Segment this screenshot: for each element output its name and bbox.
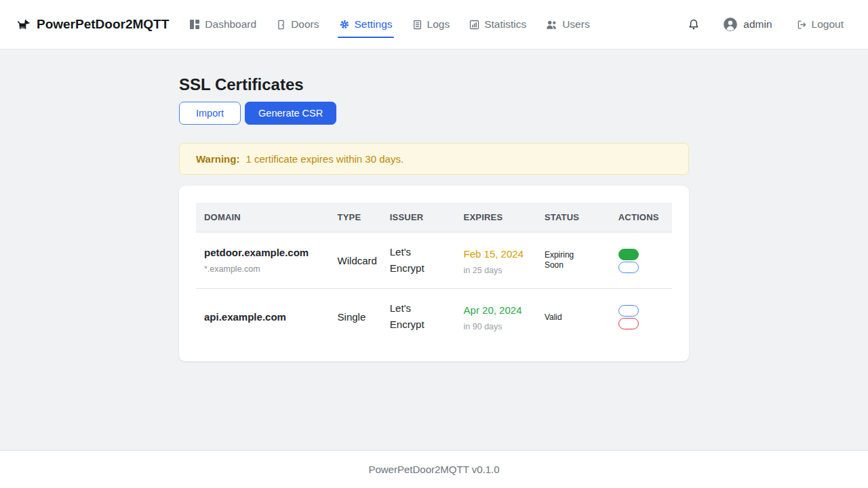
dog-icon	[16, 18, 31, 32]
cell-status: Valid	[536, 289, 610, 345]
header-type: TYPE	[330, 203, 382, 232]
nav-item-label: Settings	[355, 18, 393, 30]
cert-action-button-primary[interactable]	[618, 305, 639, 317]
nav-item-label: Dashboard	[205, 18, 256, 30]
status-badge: Valid	[545, 312, 562, 323]
main-nav: Dashboard Doors Settings	[189, 0, 589, 49]
certificates-table: DOMAIN TYPE ISSUER EXPIRES STATUS ACTION…	[196, 203, 672, 344]
expires-date: Feb 15, 2024	[464, 246, 528, 262]
header-actions: ACTIONS	[610, 203, 672, 232]
expires-relative: in 90 days	[464, 322, 528, 331]
nav-item-label: Logs	[427, 18, 450, 30]
header-domain: DOMAIN	[196, 203, 330, 232]
nav-item-users[interactable]: Users	[546, 0, 589, 49]
nav-item-settings[interactable]: Settings	[339, 0, 393, 49]
user-menu[interactable]: admin	[723, 17, 772, 32]
journal-icon	[412, 20, 422, 30]
cell-type: Single	[330, 289, 382, 345]
grid-icon	[189, 19, 200, 30]
nav-item-label: Doors	[291, 18, 319, 30]
cell-actions	[610, 289, 672, 345]
top-navbar: PowerPetDoor2MQTT Dashboard Doors	[0, 0, 868, 49]
warning-label: Warning:	[196, 153, 239, 165]
header-expires: EXPIRES	[456, 203, 536, 232]
logout-icon	[797, 20, 807, 30]
nav-item-dashboard[interactable]: Dashboard	[189, 0, 256, 49]
issuer-name: Let's Encrypt	[390, 302, 425, 330]
generate-csr-button[interactable]: Generate CSR	[245, 102, 336, 125]
expires-relative: in 25 days	[464, 266, 528, 275]
cell-domain: petdoor.example.com *.example.com	[196, 232, 330, 289]
table-row: petdoor.example.com *.example.com Wildca…	[196, 232, 672, 289]
username: admin	[743, 18, 772, 30]
cell-actions	[610, 232, 672, 289]
main-content: SSL Certificates Import Generate CSR War…	[0, 49, 868, 450]
logout-label: Logout	[812, 18, 844, 30]
domain-name: petdoor.example.com	[204, 247, 321, 258]
nav-item-label: Statistics	[484, 18, 526, 30]
expires-date: Apr 20, 2024	[464, 302, 528, 319]
cell-expires: Feb 15, 2024 in 25 days	[456, 232, 536, 289]
domain-alt-name: *.example.com	[204, 264, 321, 274]
cell-issuer: Let's Encrypt	[382, 289, 456, 345]
cell-expires: Apr 20, 2024 in 90 days	[456, 289, 536, 345]
cert-action-button-secondary[interactable]	[618, 262, 639, 273]
issuer-name: Let's Encrypt	[390, 246, 425, 274]
gear-icon	[339, 19, 350, 30]
toolbar: Import Generate CSR	[179, 102, 689, 125]
cell-status: Expiring Soon	[536, 232, 610, 289]
navbar-right: admin Logout	[685, 16, 848, 34]
cell-type: Wildcard	[330, 232, 382, 289]
people-icon	[546, 19, 557, 30]
cert-action-button-primary[interactable]	[618, 249, 639, 260]
import-button[interactable]: Import	[179, 102, 241, 125]
nav-item-logs[interactable]: Logs	[412, 0, 450, 49]
status-badge: Expiring Soon	[545, 250, 584, 270]
bar-chart-icon	[469, 20, 479, 30]
nav-item-doors[interactable]: Doors	[276, 0, 319, 49]
cell-issuer: Let's Encrypt	[382, 232, 456, 289]
table-header-row: DOMAIN TYPE ISSUER EXPIRES STATUS ACTION…	[196, 203, 672, 232]
page-title: SSL Certificates	[179, 75, 689, 94]
cell-domain: api.example.com	[196, 289, 330, 345]
certificates-card: DOMAIN TYPE ISSUER EXPIRES STATUS ACTION…	[179, 186, 689, 361]
cert-action-button-delete[interactable]	[618, 318, 639, 329]
bell-icon[interactable]	[685, 16, 703, 34]
domain-name: api.example.com	[204, 311, 321, 323]
header-status: STATUS	[536, 203, 610, 232]
nav-item-label: Users	[562, 18, 589, 30]
brand[interactable]: PowerPetDoor2MQTT	[16, 17, 169, 32]
header-issuer: ISSUER	[382, 203, 456, 232]
warning-message: 1 certificate expires within 30 days.	[245, 153, 403, 165]
footer-text: PowerPetDoor2MQTT v0.1.0	[368, 464, 499, 475]
page-footer: PowerPetDoor2MQTT v0.1.0	[0, 450, 868, 488]
warning-alert: Warning:1 certificate expires within 30 …	[179, 143, 689, 175]
brand-title: PowerPetDoor2MQTT	[37, 17, 169, 32]
nav-item-statistics[interactable]: Statistics	[469, 0, 526, 49]
door-icon	[276, 20, 286, 30]
table-row: api.example.com Single Let's Encrypt Apr…	[196, 289, 672, 345]
person-circle-icon	[723, 17, 738, 32]
logout-button[interactable]: Logout	[793, 18, 848, 31]
